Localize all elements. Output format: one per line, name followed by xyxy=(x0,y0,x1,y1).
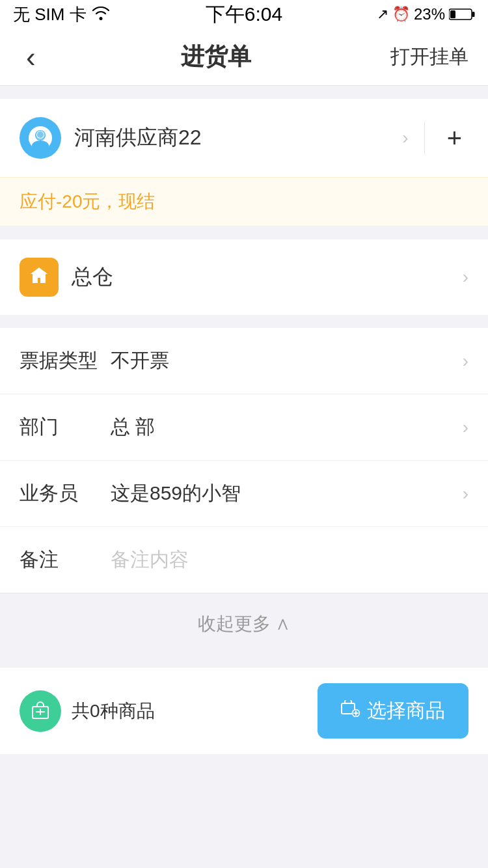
section-gap-3 xyxy=(0,315,488,328)
supplier-add-button[interactable]: + xyxy=(441,124,468,153)
select-product-label: 选择商品 xyxy=(367,698,445,724)
supplier-section: 河南供应商22 › + 应付-20元，现结 xyxy=(0,99,488,226)
warehouse-icon xyxy=(20,258,59,297)
nav-bar: ‹ 进货单 打开挂单 xyxy=(0,29,488,86)
invoice-type-value: 不开票 xyxy=(111,347,463,374)
select-btn-icon xyxy=(341,700,360,722)
section-gap-1 xyxy=(0,86,488,99)
salesperson-row[interactable]: 业务员 这是859的小智 › xyxy=(0,460,488,526)
select-product-button[interactable]: 选择商品 xyxy=(318,683,468,739)
product-icon xyxy=(20,690,61,732)
salesperson-label: 业务员 xyxy=(20,480,111,507)
bottom-background xyxy=(0,754,488,868)
section-gap-4 xyxy=(0,655,488,668)
notice-banner: 应付-20元，现结 xyxy=(0,177,488,226)
invoice-type-arrow: › xyxy=(463,351,468,372)
battery-text: 23% xyxy=(414,5,445,23)
warehouse-row[interactable]: 总仓 › xyxy=(0,239,488,315)
gps-icon: ↗ xyxy=(377,6,388,23)
svg-rect-2 xyxy=(450,10,455,18)
product-count-text: 共0种商品 xyxy=(72,699,155,724)
section-gap-2 xyxy=(0,226,488,239)
invoice-type-row[interactable]: 票据类型 不开票 › xyxy=(0,328,488,394)
collapse-button[interactable]: 收起更多 ∧ xyxy=(0,593,488,655)
department-row[interactable]: 部门 总 部 › xyxy=(0,394,488,460)
notice-text: 应付-20元，现结 xyxy=(20,191,155,211)
bottom-bar: 共0种商品 选择商品 xyxy=(0,668,488,754)
svg-rect-1 xyxy=(472,12,475,17)
warehouse-arrow-icon: › xyxy=(463,267,468,288)
wifi-icon xyxy=(92,5,110,25)
remark-row[interactable]: 备注 备注内容 xyxy=(0,526,488,593)
open-pending-button[interactable]: 打开挂单 xyxy=(390,44,468,70)
department-value: 总 部 xyxy=(111,414,463,441)
alarm-icon: ⏰ xyxy=(392,6,410,23)
warehouse-icon-glyph xyxy=(29,265,49,290)
salesperson-value: 这是859的小智 xyxy=(111,480,463,507)
carrier-text: 无 SIM 卡 xyxy=(13,3,87,26)
supplier-arrow-icon: › xyxy=(402,128,408,148)
remark-placeholder: 备注内容 xyxy=(111,547,468,573)
warehouse-name: 总仓 xyxy=(72,263,463,292)
battery-icon xyxy=(449,8,475,21)
supplier-avatar xyxy=(20,117,61,159)
remark-label: 备注 xyxy=(20,547,111,573)
status-right: ↗ ⏰ 23% xyxy=(377,5,475,23)
product-count-area: 共0种商品 xyxy=(20,690,155,732)
supplier-row[interactable]: 河南供应商22 › + xyxy=(0,99,488,177)
department-label: 部门 xyxy=(20,414,111,441)
supplier-name: 河南供应商22 xyxy=(74,124,402,152)
collapse-label: 收起更多 ∧ xyxy=(198,614,291,634)
status-time: 下午6:04 xyxy=(206,1,282,28)
salesperson-arrow: › xyxy=(463,483,468,504)
department-arrow: › xyxy=(463,417,468,438)
svg-point-4 xyxy=(32,141,49,150)
status-bar: 无 SIM 卡 下午6:04 ↗ ⏰ 23% xyxy=(0,0,488,29)
invoice-type-label: 票据类型 xyxy=(20,347,111,374)
status-left: 无 SIM 卡 xyxy=(13,3,110,26)
avatar-inner xyxy=(29,126,52,150)
svg-point-7 xyxy=(37,131,44,138)
back-button[interactable]: ‹ xyxy=(20,34,42,80)
form-section: 票据类型 不开票 › 部门 总 部 › 业务员 这是859的小智 › 备注 备注… xyxy=(0,328,488,593)
page-title: 进货单 xyxy=(181,41,251,73)
warehouse-section: 总仓 › xyxy=(0,239,488,315)
supplier-divider xyxy=(424,122,425,154)
